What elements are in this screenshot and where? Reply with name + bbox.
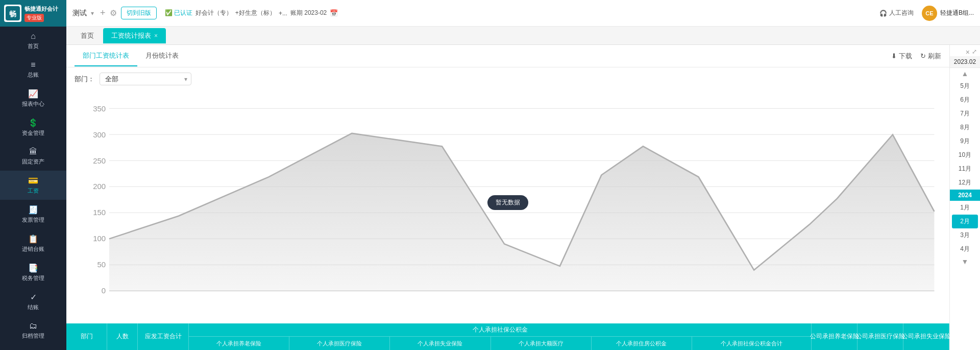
add-button[interactable]: + — [100, 8, 106, 18]
sidebar-item-home[interactable]: ⌂ 首页 — [0, 27, 66, 55]
more-badge: +... — [279, 10, 287, 17]
sub-tab-monthly[interactable]: 月份统计表 — [137, 46, 187, 66]
download-button[interactable]: ⬇ 下载 — [891, 52, 912, 61]
sidebar-label-ledger: 总账 — [28, 71, 39, 79]
purchase-icon: 📋 — [28, 234, 38, 244]
sidebar-item-asset[interactable]: 🏛 固定资产 — [0, 142, 66, 171]
panel-month-8[interactable]: 8月 — [950, 121, 980, 134]
archive-icon: 🗂 — [29, 321, 37, 331]
sidebar-label-settle: 结账 — [28, 304, 39, 311]
th-group-cells: 个人承担养老保险 个人承担医疗保险 个人承担失业保险 个人承担大额医疗 个人承担 — [189, 337, 811, 350]
home-icon: ⌂ — [31, 32, 36, 41]
panel-month-7[interactable]: 7月 — [950, 107, 980, 121]
svg-text:50: 50 — [97, 261, 106, 269]
sub-tab-dept[interactable]: 部门工资统计表 — [75, 46, 137, 66]
calendar-icon[interactable]: 📅 — [330, 9, 338, 17]
sidebar-label-home: 首页 — [28, 42, 39, 50]
chart-svg: 350 300 250 200 150 100 50 0 — [75, 96, 941, 323]
panel-month-10[interactable]: 10月 — [950, 148, 980, 162]
tax-icon: 📑 — [28, 263, 38, 273]
sidebar-nav: ⌂ 首页 ≡ 总账 📈 报表中心 💲 资金管理 🏛 固定资产 💳 工资 🧾 发票… — [0, 27, 66, 350]
content-main: 部门工资统计表 月份统计表 ⬇ 下载 ↻ 刷新 — [66, 45, 949, 350]
chart-container: 350 300 250 200 150 100 50 0 — [66, 90, 949, 323]
panel-month-6[interactable]: 6月 — [950, 93, 980, 107]
sidebar-logo: 畅 畅捷通好会计 专业版 — [0, 0, 66, 27]
sidebar-item-fund[interactable]: 💲 资金管理 — [0, 113, 66, 142]
company-dropdown-arrow[interactable]: ▾ — [91, 10, 94, 17]
avatar: CE — [922, 6, 937, 21]
sidebar-item-ledger[interactable]: ≡ 总账 — [0, 55, 66, 84]
settings-button[interactable]: ⚙ — [110, 8, 117, 18]
th-count: 人数 — [107, 323, 138, 350]
sidebar-item-purchase[interactable]: 📋 进销台账 — [0, 229, 66, 258]
svg-text:0: 0 — [102, 287, 106, 295]
th-personal-medical: 个人承担医疗保险 — [289, 337, 390, 350]
panel-year-2024[interactable]: 2024 — [950, 190, 980, 201]
right-date-panel: × ⤢ 2023.02 ▲ 5月 6月 7月 8月 9月 10月 11月 12月… — [949, 45, 980, 350]
panel-month-5[interactable]: 5月 — [950, 79, 980, 93]
headset-icon: 🎧 — [879, 10, 887, 17]
svg-text:350: 350 — [93, 105, 106, 112]
topbar-right: 🎧 人工咨询 CE 轻捷通B组... — [879, 6, 974, 21]
tab-salary-report[interactable]: 工资统计报表 × — [103, 28, 166, 43]
sidebar-label-fund: 资金管理 — [22, 129, 44, 137]
th-company-unemployment: 公司承担失业保险 — [903, 323, 949, 350]
tab-bar: 首页 工资统计报表 × — [66, 27, 980, 45]
sidebar-label-purchase: 进销台账 — [22, 245, 44, 253]
help-button[interactable]: 🎧 人工咨询 — [879, 9, 914, 17]
panel-close-button[interactable]: × — [966, 48, 970, 56]
ledger-icon: ≡ — [31, 60, 35, 69]
main-area: 测试 ▾ + ⚙ 切到旧版 ✅ 已认证 好会计（专） +好生意（标） +... … — [66, 0, 980, 350]
switch-version-button[interactable]: 切到旧版 — [121, 7, 157, 19]
panel-month-11[interactable]: 11月 — [950, 162, 980, 176]
panel-actions: × ⤢ — [950, 45, 980, 56]
settle-icon: ✓ — [30, 292, 37, 302]
th-dept: 部门 — [66, 323, 107, 350]
report-icon: 📈 — [28, 89, 38, 99]
panel-month-1[interactable]: 1月 — [950, 201, 980, 215]
refresh-icon: ↻ — [920, 52, 926, 60]
fund-icon: 💲 — [28, 118, 38, 128]
th-personal-total: 个人承担社保公积金合计 — [692, 337, 811, 350]
sidebar: 畅 畅捷通好会计 专业版 ⌂ 首页 ≡ 总账 📈 报表中心 💲 资金管理 🏛 固… — [0, 0, 66, 350]
user-name: 轻捷通B组... — [940, 9, 974, 17]
panel-month-9[interactable]: 9月 — [950, 134, 980, 148]
sub-tabs: 部门工资统计表 月份统计表 ⬇ 下载 ↻ 刷新 — [66, 45, 949, 67]
svg-text:200: 200 — [93, 183, 106, 191]
panel-month-4[interactable]: 4月 — [950, 242, 980, 256]
svg-text:150: 150 — [93, 209, 106, 217]
download-icon: ⬇ — [891, 52, 897, 60]
th-personal-unemployment: 个人承担失业保险 — [390, 337, 491, 350]
sidebar-item-invoice[interactable]: 🧾 发票管理 — [0, 200, 66, 229]
svg-text:250: 250 — [93, 157, 106, 165]
sub-tabs-actions: ⬇ 下载 ↻ 刷新 — [891, 52, 941, 61]
sidebar-item-salary[interactable]: 💳 工资 — [0, 171, 66, 200]
refresh-button[interactable]: ↻ 刷新 — [920, 52, 941, 61]
topbar: 测试 ▾ + ⚙ 切到旧版 ✅ 已认证 好会计（专） +好生意（标） +... … — [66, 0, 980, 27]
salary-icon: 💳 — [28, 176, 38, 185]
panel-next-year[interactable]: ▼ — [950, 256, 980, 267]
logo-icon: 畅 — [4, 5, 21, 22]
content-area: 部门工资统计表 月份统计表 ⬇ 下载 ↻ 刷新 — [66, 45, 980, 350]
sidebar-label-asset: 固定资产 — [22, 158, 44, 166]
sidebar-item-tax[interactable]: 📑 税务管理 — [0, 258, 66, 287]
panel-prev-year[interactable]: ▲ — [950, 68, 980, 79]
panel-month-2-active[interactable]: 2月 — [952, 215, 978, 228]
dept-filter[interactable]: 全部 部门1 部门2 — [100, 73, 191, 85]
th-personal-major-medical: 个人承担大额医疗 — [491, 337, 592, 350]
sidebar-item-archive[interactable]: 🗂 归档管理 — [0, 316, 66, 345]
panel-month-12[interactable]: 12月 — [950, 176, 980, 190]
status-bar: ✅ 已认证 好会计（专） +好生意（标） +... 账期 2023-02 📅 — [165, 9, 338, 17]
th-group-title: 个人承担社保公积金 — [189, 323, 811, 337]
sidebar-item-report[interactable]: 📈 报表中心 — [0, 84, 66, 113]
th-personal-pension: 个人承担养老保险 — [189, 337, 289, 350]
sidebar-item-settle[interactable]: ✓ 结账 — [0, 287, 66, 316]
panel-expand-button[interactable]: ⤢ — [972, 48, 977, 56]
sidebar-item-settings[interactable]: ⚙ 设置 — [0, 345, 66, 350]
th-group-personal: 个人承担社保公积金 个人承担养老保险 个人承担医疗保险 个人承担失业保险 个人承… — [189, 323, 812, 350]
user-menu[interactable]: CE 轻捷通B组... — [922, 6, 974, 21]
panel-month-3[interactable]: 3月 — [950, 228, 980, 242]
tab-home[interactable]: 首页 — [72, 28, 102, 43]
tab-close-icon[interactable]: × — [154, 32, 158, 39]
sidebar-label-salary: 工资 — [28, 187, 39, 195]
